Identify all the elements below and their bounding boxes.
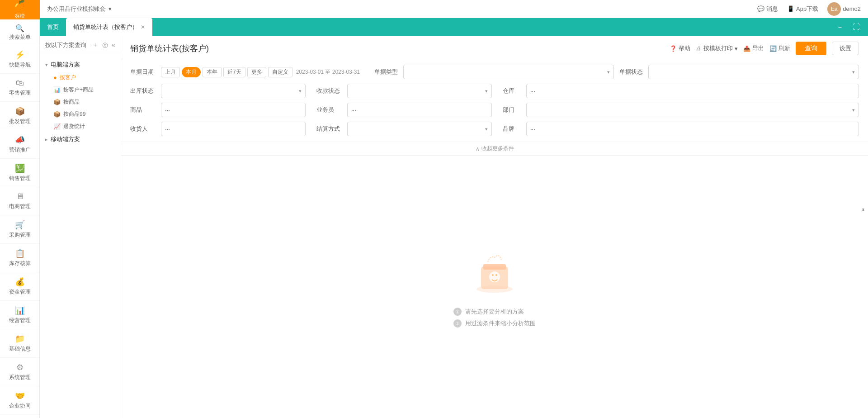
settings-button[interactable]: 设置: [832, 42, 859, 55]
topbar: 办公用品行业模拟账套 ▾ 💬 消息 📱 App下载 Ea demo2: [40, 0, 868, 18]
app-download-button[interactable]: 📱 App下载: [787, 5, 818, 13]
goods-icon: 📦: [53, 99, 61, 105]
marketing-icon: 📣: [15, 135, 25, 145]
dropdown-icon[interactable]: ▾: [108, 5, 112, 12]
sidebar-item-wholesale[interactable]: 📦 批发管理 ▴: [0, 102, 39, 130]
tree-child-return-stat[interactable]: 📈 退货统计: [40, 120, 121, 133]
out-status-label: 出库状态: [130, 87, 156, 95]
collapse-panel-button[interactable]: «: [112, 41, 115, 49]
payment-status-select[interactable]: ▾: [347, 84, 492, 98]
refresh-button[interactable]: 🔄 刷新: [769, 44, 790, 52]
sidebar-item-finance[interactable]: 💰 资金管理: [0, 272, 39, 301]
last-7-btn[interactable]: 近7天: [223, 67, 245, 77]
receiver-select[interactable]: ···: [161, 122, 306, 136]
tab-report[interactable]: 销货单统计表（按客户） ✕: [66, 18, 152, 36]
sidebar-item-purchase[interactable]: 🛒 采购管理: [0, 215, 39, 244]
svg-point-5: [495, 274, 497, 276]
sidebar-item-ecommerce[interactable]: 🖥 电商管理: [0, 187, 39, 215]
tip-text-1: 请先选择要分析的方案: [465, 308, 524, 316]
sidebar-item-system[interactable]: ⚙ 系统管理: [0, 358, 39, 386]
user-profile[interactable]: Ea demo2: [827, 2, 861, 16]
tree-child-label: 按商品: [63, 98, 80, 106]
sidebar-item-marketing[interactable]: 📣 营销推广: [0, 130, 39, 159]
print-icon: 🖨: [696, 45, 702, 52]
tab-minimize-button[interactable]: －: [834, 21, 846, 33]
tree-child-by-goods[interactable]: 📦 按商品: [40, 96, 121, 108]
staff-select[interactable]: ···: [347, 103, 492, 117]
goods-label: 商品: [130, 106, 156, 114]
user-label: demo2: [843, 5, 861, 12]
tab-close-icon[interactable]: ✕: [141, 24, 145, 30]
sidebar-search[interactable]: 🔍 搜索菜单: [0, 19, 39, 45]
sidebar-item-inventory[interactable]: 📋 库存核算: [0, 244, 39, 272]
chevron-down-icon: ▾: [485, 88, 488, 94]
payment-method-select[interactable]: ▾: [347, 122, 492, 136]
user-avatar[interactable]: Ea: [827, 2, 841, 16]
message-button[interactable]: 💬 消息: [757, 5, 778, 13]
doc-type-select[interactable]: ▾: [403, 65, 614, 79]
expand-icon: ▴: [862, 207, 864, 212]
this-month-btn[interactable]: 本月: [182, 67, 201, 77]
print-button[interactable]: 🖨 按模板打印 ▾: [696, 44, 738, 52]
tab-maximize-button[interactable]: ⛶: [850, 21, 863, 33]
left-panel-icons: ＋ ◎ «: [92, 41, 115, 49]
doc-status-arrow: ▾: [852, 69, 855, 75]
app-logo[interactable]: 🍊 标橙: [0, 0, 40, 19]
sales-icon: 💹: [15, 163, 25, 173]
warehouse-select[interactable]: ···: [526, 84, 859, 98]
tabbar: 首页 销货单统计表（按客户） ✕ － ⛶: [40, 18, 868, 36]
dept-select[interactable]: ▾: [526, 103, 859, 117]
tree-parent-mobile[interactable]: ▸ 移动端方案: [40, 133, 121, 146]
tip-num-2: ②: [453, 319, 462, 328]
last-month-btn[interactable]: 上月: [161, 67, 180, 77]
help-button[interactable]: ❓ 帮助: [670, 44, 690, 52]
sidebar-item-sales[interactable]: 💹 销售管理: [0, 159, 39, 187]
sidebar-item-retail[interactable]: 🛍 零售管理 ▾: [0, 74, 39, 102]
export-button[interactable]: 📤 导出: [743, 44, 764, 52]
tip-text-2: 用过滤条件来缩小分析范围: [465, 319, 536, 328]
doc-type-label: 单据类型: [374, 68, 400, 76]
expand-icon: ▾: [45, 62, 48, 68]
tree-child-label: 退货统计: [63, 123, 85, 130]
shortcut-icon: ⚡: [15, 50, 25, 60]
edit-scheme-button[interactable]: ◎: [102, 41, 108, 49]
export-label: 导出: [752, 44, 764, 52]
tab-home[interactable]: 首页: [40, 18, 66, 36]
query-button[interactable]: 查询: [796, 42, 826, 55]
goods-select[interactable]: ···: [161, 103, 306, 117]
receiver-dots: ···: [165, 126, 170, 133]
print-dropdown-icon[interactable]: ▾: [735, 45, 738, 52]
message-icon: 💬: [757, 5, 764, 12]
add-scheme-button[interactable]: ＋: [92, 41, 99, 49]
collapse-button[interactable]: ∧ 收起更多条件: [476, 145, 514, 152]
sidebar-item-operation[interactable]: 📊 经营管理: [0, 301, 39, 329]
this-year-btn[interactable]: 本年: [203, 67, 222, 77]
sidebar-item-shortcut[interactable]: ⚡ 快捷导航: [0, 45, 39, 74]
industry-name: 办公用品行业模拟账套: [47, 5, 106, 13]
sidebar-item-basic[interactable]: 📁 基础信息: [0, 329, 39, 358]
doc-type-arrow: ▾: [607, 69, 610, 75]
out-status-select[interactable]: ▾: [161, 84, 306, 98]
empty-tip-1: ① 请先选择要分析的方案: [453, 308, 536, 316]
custom-btn[interactable]: 自定义: [268, 67, 292, 77]
sidebar-item-label: 电商管理: [9, 203, 31, 210]
brand-select[interactable]: ···: [526, 122, 859, 136]
help-label: 帮助: [679, 44, 690, 52]
sidebar-item-enterprise[interactable]: 🤝 企业协同: [0, 386, 39, 415]
payment-method-label: 结算方式: [316, 125, 342, 133]
sidebar-item-label: 批发管理: [9, 118, 31, 125]
sidebar-item-label: 销售管理: [9, 175, 31, 182]
filter-row-4: 收货人 ··· 结算方式 ▾ 品牌 ···: [130, 122, 859, 136]
sidebar-item-newbie[interactable]: 🌱 新手引导: [0, 415, 39, 418]
tree-parent-label: 电脑端方案: [51, 61, 80, 69]
avatar-text: Ea: [831, 6, 838, 12]
doc-status-select[interactable]: ▾: [648, 65, 859, 79]
tree-child-customer-goods[interactable]: 📊 按客户+商品: [40, 84, 121, 96]
tree-child-goods99[interactable]: 📦 按商品99: [40, 108, 121, 120]
message-label: 消息: [766, 5, 778, 13]
wholesale-icon: 📦: [15, 106, 25, 116]
more-btn[interactable]: 更多: [247, 67, 266, 77]
inventory-icon: 📋: [15, 248, 25, 258]
tree-parent-pc[interactable]: ▾ 电脑端方案: [40, 58, 121, 71]
tree-child-by-customer[interactable]: ● 按客户: [40, 71, 121, 84]
